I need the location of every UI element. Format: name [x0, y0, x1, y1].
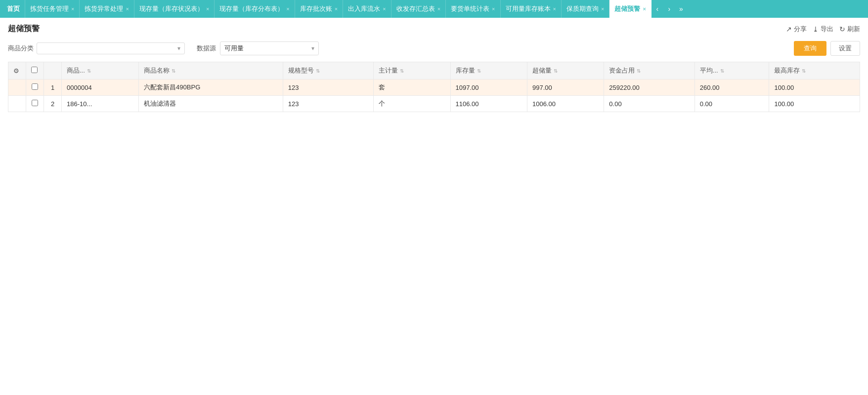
row-unit: 套 — [374, 79, 450, 96]
th-spec[interactable]: 规格型号 ⇅ — [283, 62, 373, 79]
row-spec: 123 — [283, 79, 373, 96]
query-button[interactable]: 查询 — [794, 41, 826, 56]
share-button[interactable]: ↗ 分享 — [786, 25, 807, 34]
row-capital-occ: 0.00 — [604, 96, 694, 112]
row-checkbox-1[interactable] — [32, 100, 38, 106]
datasource-label: 数据源 — [197, 44, 216, 53]
row-capital-occ: 259220.00 — [604, 79, 694, 96]
sort-stock-qty-icon: ⇅ — [477, 68, 481, 74]
th-max-stock[interactable]: 最高库存 ⇅ — [769, 62, 860, 79]
category-label: 商品分类 — [8, 44, 34, 53]
row-avg: 260.00 — [694, 79, 769, 96]
page-title: 超储预警 — [8, 24, 40, 34]
sort-capital-occ-icon: ⇅ — [637, 68, 641, 74]
sort-avg-icon: ⇅ — [720, 68, 724, 74]
close-summary[interactable]: × — [437, 6, 440, 12]
nav-item-stock-dist[interactable]: 现存量（库存分布表） × — [215, 0, 295, 18]
datasource-chevron-icon: ▾ — [311, 45, 314, 52]
row-product-code: 0000004 — [62, 79, 139, 96]
settings-button[interactable]: 设置 — [830, 41, 860, 56]
row-settings-cell — [8, 79, 26, 96]
nav-item-expiry[interactable]: 保质期查询 × — [562, 0, 609, 18]
row-max-stock: 100.00 — [769, 79, 860, 96]
nav-expand-arrow[interactable]: » — [675, 0, 687, 18]
category-select[interactable]: ▾ — [37, 42, 185, 54]
filter-row: 商品分类 ▾ 数据源 可用量 ▾ 查询 设置 — [8, 41, 860, 56]
filter-buttons: 查询 设置 — [794, 41, 860, 56]
nav-next-arrow[interactable]: › — [663, 0, 675, 18]
row-product-code: 186-10... — [62, 96, 139, 112]
nav-item-avail-account[interactable]: 可用量库存账本 × — [501, 0, 562, 18]
sort-product-name-icon: ⇅ — [172, 68, 175, 74]
datasource-select[interactable]: 可用量 ▾ — [220, 41, 319, 55]
nav-item-summary[interactable]: 收发存汇总表 × — [391, 0, 446, 18]
row-checkbox-cell[interactable] — [26, 96, 44, 112]
row-stock-qty: 1106.00 — [450, 96, 527, 112]
close-pick-exception[interactable]: × — [126, 6, 129, 12]
th-capital-occ[interactable]: 资金占用 ⇅ — [604, 62, 694, 79]
row-no: 2 — [44, 96, 62, 112]
category-filter: 商品分类 ▾ — [8, 42, 185, 54]
nav-item-order-stats[interactable]: 要货单统计表 × — [446, 0, 500, 18]
nav-item-stock-status[interactable]: 现存量（库存状况表） × — [134, 0, 215, 18]
sort-overstock-qty-icon: ⇅ — [554, 68, 558, 74]
close-avail-account[interactable]: × — [553, 6, 556, 12]
row-checkbox-0[interactable] — [32, 83, 38, 90]
export-button[interactable]: ⤓ 导出 — [813, 25, 833, 34]
close-expiry[interactable]: × — [601, 6, 604, 12]
data-table: ⚙ 商品... ⇅ 商品名称 ⇅ — [8, 62, 860, 112]
row-overstock-qty: 997.00 — [527, 79, 604, 96]
th-stock-qty[interactable]: 库存量 ⇅ — [450, 62, 527, 79]
nav-item-batch-account[interactable]: 库存批次账 × — [295, 0, 343, 18]
nav-item-home[interactable]: 首页 — [2, 0, 25, 18]
row-unit: 个 — [374, 96, 450, 112]
sort-product-code-icon: ⇅ — [87, 68, 91, 74]
table-header-row: ⚙ 商品... ⇅ 商品名称 ⇅ — [8, 62, 860, 79]
nav-prev-arrow[interactable]: ‹ — [651, 0, 663, 18]
th-overstock-qty[interactable]: 超储量 ⇅ — [527, 62, 604, 79]
page-header: 超储预警 ↗ 分享 ⤓ 导出 ↻ 刷新 — [8, 24, 860, 34]
refresh-button[interactable]: ↻ 刷新 — [839, 25, 860, 34]
category-chevron-icon: ▾ — [177, 45, 180, 52]
close-batch-account[interactable]: × — [335, 6, 338, 12]
close-overstock[interactable]: × — [643, 6, 646, 12]
row-no: 1 — [44, 79, 62, 96]
row-checkbox-cell[interactable] — [26, 79, 44, 96]
close-stock-dist[interactable]: × — [286, 6, 289, 12]
th-checkbox[interactable] — [26, 62, 44, 79]
sort-max-stock-icon: ⇅ — [802, 68, 806, 74]
row-overstock-qty: 1006.00 — [527, 96, 604, 112]
nav-item-pick-exception[interactable]: 拣货异常处理 × — [80, 0, 134, 18]
table-row: 2 186-10... 机油滤清器 123 个 1106.00 1006.00 … — [8, 96, 860, 112]
close-order-stats[interactable]: × — [492, 6, 495, 12]
row-product-name: 六配套新昌490BPG — [139, 79, 283, 96]
nav-item-pick-task[interactable]: 拣货任务管理 × — [25, 0, 80, 18]
page-content: 超储预警 ↗ 分享 ⤓ 导出 ↻ 刷新 商品分类 ▾ 数据源 — [0, 18, 868, 118]
settings-icon: ⚙ — [13, 67, 19, 75]
th-avg[interactable]: 平均... ⇅ — [694, 62, 769, 79]
nav-item-inout-flow[interactable]: 出入库流水 × — [343, 0, 391, 18]
th-unit[interactable]: 主计量 ⇅ — [374, 62, 450, 79]
row-avg: 0.00 — [694, 96, 769, 112]
table-body: 1 0000004 六配套新昌490BPG 123 套 1097.00 997.… — [8, 79, 860, 112]
select-all-checkbox[interactable] — [31, 67, 38, 73]
close-pick-task[interactable]: × — [71, 6, 74, 12]
table-row: 1 0000004 六配套新昌490BPG 123 套 1097.00 997.… — [8, 79, 860, 96]
th-product-name[interactable]: 商品名称 ⇅ — [139, 62, 283, 79]
refresh-icon: ↻ — [839, 25, 845, 33]
row-max-stock: 100.00 — [769, 96, 860, 112]
datasource-filter: 数据源 可用量 ▾ — [197, 41, 319, 55]
sort-unit-icon: ⇅ — [400, 68, 404, 74]
nav-item-overstock[interactable]: 超储预警 × — [609, 0, 651, 18]
th-settings[interactable]: ⚙ — [8, 62, 26, 79]
th-product-code[interactable]: 商品... ⇅ — [62, 62, 139, 79]
row-product-name: 机油滤清器 — [139, 96, 283, 112]
th-no — [44, 62, 62, 79]
close-inout-flow[interactable]: × — [383, 6, 386, 12]
close-stock-status[interactable]: × — [206, 6, 209, 12]
share-icon: ↗ — [786, 25, 792, 33]
row-settings-cell — [8, 96, 26, 112]
row-stock-qty: 1097.00 — [450, 79, 527, 96]
datasource-value: 可用量 — [224, 44, 244, 53]
row-spec: 123 — [283, 96, 373, 112]
